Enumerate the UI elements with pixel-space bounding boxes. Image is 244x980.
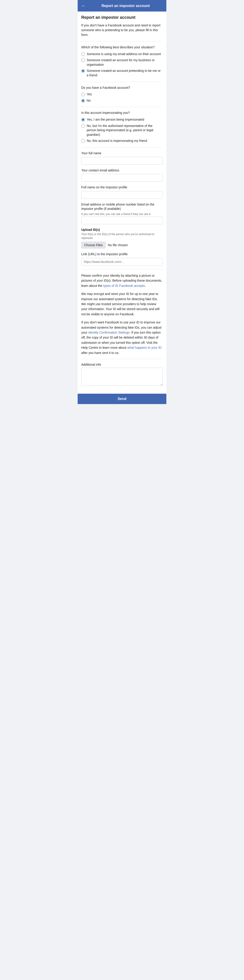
situation-radio-2[interactable] [81, 59, 85, 62]
footer: Send [78, 394, 166, 404]
situation-option-1-label: Someone is using my email address on the… [87, 52, 161, 56]
full-name-group: Your full name [81, 151, 163, 165]
situation-option-1[interactable]: Someone is using my email address on the… [81, 52, 163, 56]
situation-option-3[interactable]: Someone created an account pretending to… [81, 68, 163, 78]
email-label: Your contact email address [81, 168, 163, 173]
upload-section: Upload ID(s) Your ID(s) or the ID(s) of … [81, 228, 163, 249]
back-button[interactable]: ← [81, 3, 86, 8]
situation-radio-group: Someone is using my email address on the… [81, 52, 163, 78]
impostor-name-input[interactable] [81, 191, 163, 199]
additional-info-label: Additional info [81, 363, 163, 366]
situation-section: Which of the following best describes yo… [81, 45, 163, 78]
phone-sublabel: If you can't see this, you can ask a fri… [81, 213, 163, 216]
phone-input[interactable] [81, 216, 163, 224]
facebook-option-yes[interactable]: Yes [81, 92, 163, 97]
situation-option-3-label: Someone created an account pretending to… [87, 68, 163, 78]
info-block-2: We may encrypt and store your ID for up … [81, 291, 163, 317]
divider-2 [81, 82, 163, 82]
id-types-link[interactable]: types of ID Facebook accepts [103, 284, 145, 288]
phone-label: Email address or mobile phone number lis… [81, 202, 163, 211]
phone-group: Email address or mobile phone number lis… [81, 202, 163, 224]
divider-6 [81, 359, 163, 359]
full-name-label: Your full name [81, 151, 163, 156]
situation-option-2-label: Someone created an account for my busine… [87, 58, 163, 67]
upload-label: Upload ID(s) [81, 228, 163, 232]
info-block-3-after: after you have sent it to us. [81, 351, 119, 355]
header: ← Report an impostor account [78, 0, 166, 11]
impersonating-radio-3[interactable] [81, 139, 85, 143]
situation-question: Which of the following best describes yo… [81, 45, 163, 50]
facebook-option-no[interactable]: No [81, 99, 163, 103]
facebook-radio-yes[interactable] [81, 92, 85, 96]
divider-4 [81, 147, 163, 148]
choose-files-button[interactable]: Choose Files [81, 242, 106, 248]
identity-settings-link[interactable]: Identity Confirmation Settings [88, 331, 130, 334]
additional-info-textarea[interactable] [81, 368, 163, 386]
send-button[interactable]: Send [81, 397, 163, 401]
impersonating-option-3-label: No, this account is impersonating my fri… [87, 139, 147, 143]
additional-info-group: Additional info [81, 363, 163, 387]
impersonating-option-3[interactable]: No, this account is impersonating my fri… [81, 139, 163, 143]
url-label: Link (URL) to the impostor profile [81, 252, 163, 256]
facebook-radio-group: Yes No [81, 92, 163, 103]
impostor-name-group: Full name on the impostor profile [81, 185, 163, 199]
impersonating-option-2[interactable]: No, but I'm the authorised representativ… [81, 124, 163, 137]
info-block-1: Please confirm your identity by attachin… [81, 273, 163, 288]
full-name-input[interactable] [81, 157, 163, 165]
info-block-3: If you don't want Facebook to use your I… [81, 320, 163, 355]
situation-option-2[interactable]: Someone created an account for my busine… [81, 58, 163, 67]
facebook-option-yes-label: Yes [87, 92, 92, 97]
facebook-radio-no[interactable] [81, 99, 85, 103]
impersonating-radio-1[interactable] [81, 118, 85, 121]
facebook-account-section: Do you have a Facebook account? Yes No [81, 86, 163, 103]
intro-text: If you don't have a Facebook account and… [81, 23, 163, 37]
situation-radio-1[interactable] [81, 52, 85, 56]
impersonating-question: Is this account impersonating you? [81, 111, 163, 115]
main-content: Report an impostor account If you don't … [78, 11, 166, 394]
url-group: Link (URL) to the impostor profile [81, 252, 163, 266]
impersonating-section: Is this account impersonating you? Yes, … [81, 111, 163, 143]
what-happens-link[interactable]: what happens to your ID [127, 346, 162, 349]
file-input-row: Choose Files No file chosen [81, 242, 163, 248]
page-title: Report an impostor account [81, 15, 163, 20]
situation-radio-3[interactable] [81, 69, 85, 73]
upload-sublabel: Your ID(s) or the ID(s) of the person wh… [81, 232, 163, 240]
impersonating-option-1[interactable]: Yes, I am the person being impersonated [81, 118, 163, 122]
email-group: Your contact email address [81, 168, 163, 182]
facebook-account-question: Do you have a Facebook account? [81, 86, 163, 90]
impostor-name-label: Full name on the impostor profile [81, 185, 163, 190]
header-title: Report an impostor account [89, 4, 163, 8]
impersonating-radio-group: Yes, I am the person being impersonated … [81, 118, 163, 143]
impersonating-option-2-label: No, but I'm the authorised representativ… [87, 124, 163, 137]
no-file-text: No file chosen [108, 243, 128, 247]
email-input[interactable] [81, 174, 163, 181]
url-input[interactable] [81, 258, 163, 266]
impersonating-option-1-label: Yes, I am the person being impersonated [87, 118, 144, 122]
impersonating-radio-2[interactable] [81, 124, 85, 128]
facebook-option-no-label: No [87, 99, 91, 103]
info-block-1-after: . [145, 284, 146, 288]
